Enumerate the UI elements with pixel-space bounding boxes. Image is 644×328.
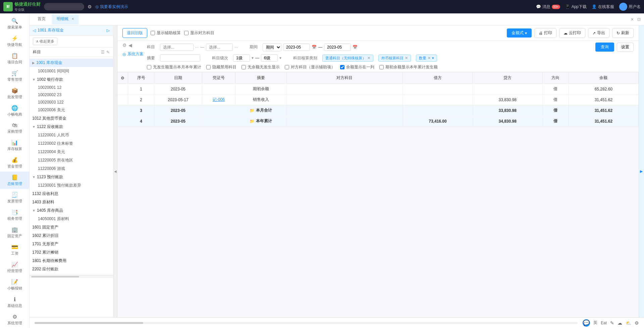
- demo-button[interactable]: ◎ 我要看实例演示: [95, 4, 128, 10]
- bottom-label-eat[interactable]: Eat: [601, 321, 607, 325]
- no-balance-checkbox[interactable]: 无余额无发生显示: [241, 64, 280, 70]
- edit-view-icon[interactable]: ✎: [106, 50, 110, 55]
- account-forward-icon[interactable]: ▷: [107, 28, 110, 33]
- tree-item-1801[interactable]: 1801 长期待摊费用: [30, 257, 113, 265]
- global-search[interactable]: [44, 3, 84, 10]
- sidebar-item-general[interactable]: 📒 总账管理: [0, 172, 29, 189]
- show-aux-input[interactable]: [151, 31, 155, 35]
- tree-item-11220004[interactable]: 11220004 美元: [30, 148, 113, 156]
- tree-item-2202[interactable]: 2202 应付账款: [30, 265, 113, 273]
- sidebar-item-system[interactable]: ⚙ 系统管理: [0, 311, 29, 328]
- sidebar-item-salary[interactable]: 💳 工资: [0, 241, 29, 259]
- sidebar-item-tax[interactable]: 📑 税务管理: [0, 206, 29, 224]
- tree-item-1602[interactable]: 1602 累计折旧: [30, 232, 113, 240]
- bottom-icon-cloud[interactable]: ☁: [618, 320, 622, 326]
- filter-settings-icon[interactable]: ⚙: [122, 43, 127, 48]
- query-button[interactable]: 查询: [595, 43, 614, 52]
- tree-item-1132[interactable]: 1132 应收利息: [30, 190, 113, 198]
- bottom-icon-cloud2[interactable]: ⛅: [626, 320, 631, 326]
- tree-item-11220006[interactable]: 11220006 游戏: [30, 165, 113, 173]
- left-panel-collapse-button[interactable]: ◀: [113, 25, 117, 317]
- no-occur-input[interactable]: [147, 65, 151, 69]
- bottom-icon-settings[interactable]: ⚙: [635, 320, 639, 326]
- tree-item-10020001[interactable]: 10020001 12: [30, 84, 113, 91]
- filter-tag-quantity-close[interactable]: ✕: [428, 56, 431, 60]
- tree-item-10010001[interactable]: 10010001 同同同: [30, 67, 113, 75]
- left-arrow-icon[interactable]: ◀: [128, 43, 132, 48]
- window-maximize-icon[interactable]: ⊡: [637, 17, 641, 22]
- period-type-select[interactable]: 期间: [263, 43, 281, 51]
- sidebar-item-quick[interactable]: ⚡ 快捷导航: [0, 32, 29, 50]
- opening-input[interactable]: [379, 65, 384, 69]
- one-col-input[interactable]: [340, 65, 344, 69]
- tree-item-11220001[interactable]: 11220001 人民币: [30, 131, 113, 139]
- settings-button[interactable]: 设置: [617, 43, 634, 52]
- refresh-button[interactable]: ↻ 刷新: [612, 28, 634, 38]
- hide-disabled-checkbox[interactable]: 隐藏禁用科目: [206, 64, 236, 70]
- tab-close-icon[interactable]: ✕: [71, 17, 74, 21]
- show-contra-input[interactable]: [184, 31, 189, 35]
- one-col-checkbox[interactable]: 余额显示在一列: [340, 64, 374, 70]
- opening-checkbox[interactable]: 期初余额显示本年累计发生额: [379, 64, 438, 70]
- subject-input[interactable]: [160, 44, 194, 51]
- right-edge-panel[interactable]: ▶: [639, 25, 644, 317]
- window-minimize-icon[interactable]: ✕: [631, 17, 634, 22]
- no-balance-input[interactable]: [241, 65, 246, 69]
- sidebar-item-assets[interactable]: 🏢 固定资产: [0, 224, 29, 241]
- period-end-input[interactable]: [324, 44, 351, 51]
- sidebar-item-report[interactable]: 📝 小畅报销: [0, 276, 29, 293]
- tree-scrollbar[interactable]: [30, 275, 113, 278]
- sidebar-item-search[interactable]: 🔍 搜索菜单: [0, 15, 29, 32]
- sidebar-item-inventory[interactable]: 📊 库存核算: [0, 137, 29, 154]
- print-button[interactable]: 🖨 打印: [534, 28, 556, 38]
- tab-detail[interactable]: 明细账 ✕: [52, 14, 79, 24]
- tree-item-1012[interactable]: 1012 其他货币资金: [30, 114, 113, 123]
- bottom-icon-edit[interactable]: ✎: [610, 320, 614, 326]
- cell-voucher-2[interactable]: 记-006: [202, 94, 235, 105]
- tree-item-11220005[interactable]: 11220005 所在地区: [30, 156, 113, 165]
- tree-item-10020003[interactable]: 10020003 122: [30, 99, 113, 106]
- no-occur-checkbox[interactable]: 无发生额显示本月本年累计: [147, 64, 201, 70]
- gear-icon[interactable]: ⚙: [88, 4, 92, 9]
- calendar-end-icon[interactable]: 📅: [353, 45, 358, 50]
- sidebar-item-purchase[interactable]: 🛍 采购管理: [0, 120, 29, 137]
- calendar-start-icon[interactable]: 📅: [312, 45, 317, 50]
- tree-item-1122[interactable]: ▼ 1122 应收账款: [30, 123, 113, 131]
- show-aux-checkbox[interactable]: 显示辅助核算: [151, 30, 181, 36]
- tree-item-1001[interactable]: ▶ 1001 库存现金: [30, 59, 113, 67]
- tree-item-1123[interactable]: ▼ 1123 预付账款: [30, 173, 113, 181]
- app-download-button[interactable]: 📱 App下载: [565, 4, 587, 10]
- tree-item-11230001[interactable]: 11230001 预付账款差异: [30, 181, 113, 190]
- online-service-button[interactable]: 👤 在线客服: [592, 4, 614, 10]
- bottom-label-en[interactable]: 英: [593, 320, 597, 326]
- ellipsis-end-icon[interactable]: ···: [234, 45, 238, 50]
- sidebar-item-base[interactable]: ℹ 基础信息: [0, 293, 29, 311]
- sidebar-item-wholesale[interactable]: 📦 批发管理: [0, 85, 29, 102]
- message-button[interactable]: 💬 消息 99+: [536, 4, 560, 10]
- system-plan-button[interactable]: ◎ 系统方案: [122, 50, 144, 59]
- sidebar-item-ecommerce[interactable]: 🌐 小畅电商: [0, 102, 29, 120]
- level-end-input[interactable]: [261, 54, 278, 62]
- tree-item-1403[interactable]: 1403 原材料: [30, 198, 113, 206]
- period-start-input[interactable]: [283, 44, 310, 51]
- tag-dropdown-icon[interactable]: ▾: [432, 56, 434, 60]
- tree-item-1702[interactable]: 1702 累计摊销: [30, 248, 113, 257]
- tab-home[interactable]: 首页: [33, 14, 50, 24]
- hide-disabled-input[interactable]: [206, 65, 211, 69]
- level-start-input[interactable]: [233, 54, 250, 62]
- user-menu[interactable]: 用户名: [619, 3, 641, 11]
- horizontal-scrollbar[interactable]: [35, 322, 578, 324]
- tree-item-1601[interactable]: 1601 固定资产: [30, 223, 113, 232]
- summary-input[interactable]: [160, 54, 200, 62]
- sidebar-item-operations[interactable]: 📈 经营管理: [0, 259, 29, 276]
- sidebar-item-project[interactable]: 📋 项目合同: [0, 50, 29, 67]
- filter-tag-normal-close[interactable]: ✕: [367, 56, 370, 60]
- show-contra-checkbox[interactable]: 显示对方科目: [184, 30, 214, 36]
- subject-end-input[interactable]: [206, 44, 233, 51]
- contra-input[interactable]: [285, 65, 289, 69]
- tree-item-10020002[interactable]: 10020002 23: [30, 91, 113, 99]
- cloud-print-button[interactable]: ☁ 云打印: [559, 28, 585, 38]
- ellipsis-icon[interactable]: ···: [195, 45, 199, 50]
- sidebar-item-capital[interactable]: 💰 资金管理: [0, 154, 29, 172]
- bottom-icon-chat[interactable]: 💬: [583, 319, 590, 327]
